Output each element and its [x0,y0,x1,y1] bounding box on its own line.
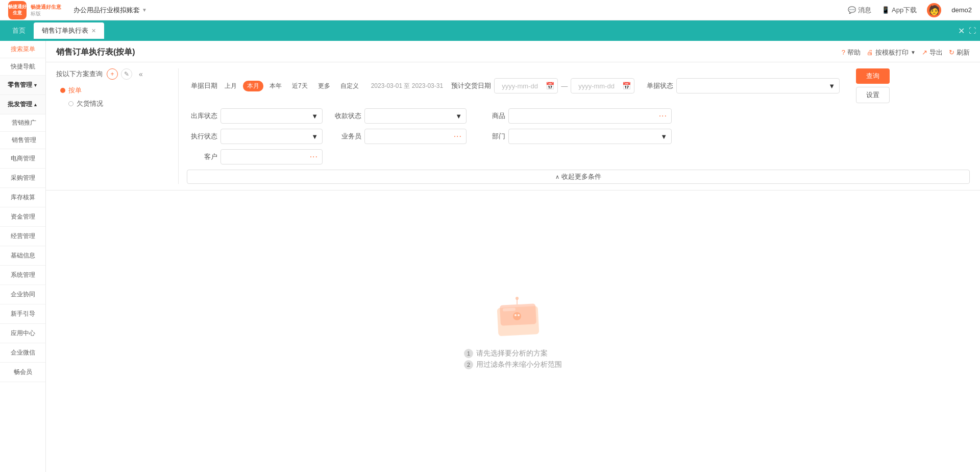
sidebar-item-marketing[interactable]: 营销推广 [0,114,45,132]
page-title: 销售订单执行表(按单) [56,47,135,58]
tab-home-label: 首页 [12,26,26,35]
settings-button[interactable]: 设置 [856,87,890,103]
expected-date-start-input[interactable] [498,80,544,92]
plan-item-by-order[interactable]: 按单 [56,84,170,97]
collapse-button[interactable]: ∧ 收起更多条件 [187,170,970,184]
filter-row-3: 执行状态 ▼ 业务员 ··· 部门 [187,129,970,144]
filter-doc-status: 单据状态 ▼ [643,78,840,93]
chevron-down-icon: ▼ [311,112,318,120]
page-header: 销售订单执行表(按单) ? 帮助 🖨 按模板打印 ▼ ↗ 导出 ↻ 刷新 [46,41,980,62]
sidebar-item-sales[interactable]: 销售管理 [0,132,45,149]
sidebar-item-retail-label: 零售管理 [8,81,32,89]
salesperson-select[interactable]: ··· [364,129,467,144]
tab-bar-right: ✕ ⛶ [958,26,976,36]
svg-point-6 [516,297,519,300]
filter-salesperson: 业务员 ··· [331,129,467,144]
tip-1: 1 请先选择要分析的方案 [464,349,562,358]
date-tab-more[interactable]: 更多 [314,81,334,91]
outbound-status-select[interactable]: ▼ [220,108,323,124]
message-label: 消息 [858,6,871,15]
sidebar-item-retail[interactable]: 零售管理 ▼ [0,76,45,95]
message-btn[interactable]: 💬 消息 [848,6,871,15]
help-btn[interactable]: ? 帮助 [842,48,861,57]
date-tab-this-month[interactable]: 本月 [243,81,263,91]
sidebar-item-inventory[interactable]: 库存核算 [0,188,45,207]
sidebar-item-operations[interactable]: 经营管理 [0,227,45,246]
message-icon: 💬 [848,6,856,14]
sidebar-item-wholesale[interactable]: 批发管理 ▲ [0,95,45,114]
export-btn[interactable]: ↗ 导出 [922,48,943,57]
date-tab-last-7[interactable]: 近7天 [288,81,312,91]
section-title-label: 按以下方案查询 [56,69,103,79]
maximize-icon[interactable]: ⛶ [969,27,976,35]
collapse-row: ∧ 收起更多条件 [187,170,970,184]
sidebar-item-finance[interactable]: 资金管理 [0,207,45,227]
close-icon[interactable]: ✕ [91,28,96,34]
more-dots-customer-icon[interactable]: ··· [310,152,318,161]
dept-select[interactable]: ▼ [508,129,672,144]
print-label: 按模板打印 [875,48,909,57]
doc-status-label: 单据状态 [643,81,673,90]
dept-label: 部门 [475,132,505,141]
avatar[interactable]: 🧑 [927,3,941,17]
filter-plan-title: 按以下方案查询 + ✎ « [56,68,170,80]
expected-date-end-input[interactable] [574,80,620,92]
print-btn[interactable]: 🖨 按模板打印 ▼ [867,48,916,57]
sidebar-quick-nav[interactable]: 快捷导航 [0,58,45,76]
date-tab-this-year[interactable]: 本年 [265,81,286,91]
more-dots-icon[interactable]: ··· [659,111,667,121]
calendar-start-icon[interactable]: 📅 [546,82,554,90]
date-tab-last-month[interactable]: 上月 [220,81,241,91]
sidebar-item-purchase[interactable]: 采购管理 [0,169,45,188]
sidebar-item-apps[interactable]: 应用中心 [0,324,45,343]
sidebar-search-menu[interactable]: 搜索菜单 [0,41,45,58]
query-button[interactable]: 查询 [856,68,890,84]
sidebar-item-ecommerce[interactable]: 电商管理 [0,149,45,169]
top-bar-left: 畅捷通好生意 畅捷通好生意 标版 办公用品行业模拟账套 ▼ [8,1,147,19]
sidebar-item-member[interactable]: 畅会员 [0,363,45,382]
svg-point-2 [513,312,521,320]
chevron-down-icon: ▼ [311,133,318,140]
goods-select[interactable]: ··· [508,108,672,124]
filter-plan-panel: 按以下方案查询 + ✎ « 按单 欠货情况 [56,68,179,184]
app-name: 办公用品行业模拟账套 [74,6,140,15]
tip-2-label: 用过滤条件来缩小分析范围 [476,360,562,369]
top-bar: 畅捷通好生意 畅捷通好生意 标版 办公用品行业模拟账套 ▼ 💬 消息 📱 App… [0,0,980,20]
brand-logo: 畅捷通好生意 [8,1,27,19]
tab-sales-exec[interactable]: 销售订单执行表 ✕ [34,22,104,39]
download-label: App下载 [892,6,917,15]
sidebar-item-enterprise[interactable]: 企业协同 [0,285,45,304]
sidebar-item-basic[interactable]: 基础信息 [0,246,45,266]
sidebar-item-wholesale-label: 批发管理 [8,100,32,109]
app-selector[interactable]: 办公用品行业模拟账套 ▼ [74,6,147,15]
svg-point-3 [514,314,517,316]
close-window-icon[interactable]: ✕ [958,26,965,36]
filter-plan-actions: + ✎ « [107,68,146,80]
refresh-btn[interactable]: ↻ 刷新 [949,48,970,57]
collapse-label: 收起更多条件 [561,172,601,181]
customer-select[interactable]: ··· [220,149,323,164]
sidebar-item-system[interactable]: 系统管理 [0,266,45,285]
plan-item-overdue[interactable]: 欠货情况 [56,97,170,110]
collapse-plan-btn[interactable]: « [135,68,146,80]
sidebar-item-corp-wechat[interactable]: 企业微信 [0,343,45,363]
salesperson-label: 业务员 [331,132,361,141]
date-dash: — [561,82,568,90]
exec-status-select[interactable]: ▼ [220,129,323,144]
add-plan-btn[interactable]: + [107,68,118,80]
date-tab-custom[interactable]: 自定义 [336,81,363,91]
tab-bar: 首页 销售订单执行表 ✕ ✕ ⛶ [0,20,980,41]
date-label: 单据日期 [187,81,217,90]
tab-home[interactable]: 首页 [4,22,34,39]
edit-plan-btn[interactable]: ✎ [121,68,132,80]
export-icon: ↗ [922,49,927,56]
payment-status-select[interactable]: ▼ [364,108,467,124]
doc-status-select[interactable]: ▼ [676,78,840,93]
sidebar-item-guide[interactable]: 新手引导 [0,304,45,324]
calendar-end-icon[interactable]: 📅 [622,82,631,90]
app-download-btn[interactable]: 📱 App下载 [881,6,917,15]
chevron-up-icon: ▲ [33,102,38,107]
help-label: 帮助 [847,48,861,57]
filter-date-range-display: 2023-03-01 至 2023-03-31 [371,82,443,90]
more-dots-salesperson-icon[interactable]: ··· [454,132,462,141]
